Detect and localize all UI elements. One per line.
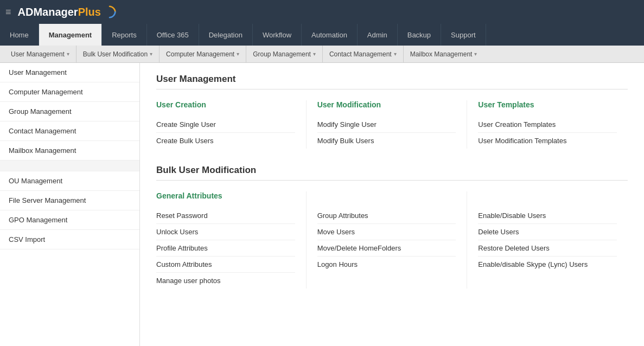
unlock-users-link[interactable]: Unlock Users <box>156 224 295 240</box>
chevron-down-icon: ▾ <box>237 51 239 57</box>
modify-single-user-link[interactable]: Modify Single User <box>317 117 456 133</box>
nav-tab-support[interactable]: Support <box>441 24 486 46</box>
subnav-mailbox-management[interactable]: Mailbox Management ▾ <box>404 46 484 62</box>
subnav-bulk-user[interactable]: Bulk User Modification ▾ <box>76 46 160 62</box>
bulk-col2: — Group Attributes Move Users Move/Delet… <box>317 191 468 289</box>
sidebar-item-group-management[interactable]: Group Management <box>0 102 139 121</box>
chevron-down-icon: ▾ <box>150 51 152 57</box>
manage-user-photos-link[interactable]: Manage user photos <box>156 273 295 289</box>
general-attributes-column: General Attributes Reset Password Unlock… <box>156 191 307 289</box>
sidebar: User Management Computer Management Grou… <box>0 63 140 346</box>
nav-tab-workflow[interactable]: Workflow <box>253 24 302 46</box>
logo-manager-text: Manager <box>33 6 78 18</box>
nav-tab-delegation[interactable]: Delegation <box>199 24 253 46</box>
nav-tab-automation[interactable]: Automation <box>302 24 358 46</box>
user-management-columns: User Creation Create Single User Create … <box>156 100 628 149</box>
sidebar-item-ou-management[interactable]: OU Management <box>0 171 139 191</box>
sidebar-item-file-server[interactable]: File Server Management <box>0 191 139 210</box>
subnav-contact-management[interactable]: Contact Management ▾ <box>323 46 404 62</box>
sidebar-spacer <box>0 161 139 171</box>
main-layout: User Management Computer Management Grou… <box>0 63 644 346</box>
top-bar: ≡ ADManager Plus <box>0 0 644 24</box>
subnav-computer-management[interactable]: Computer Management ▾ <box>160 46 246 62</box>
bulk-user-columns: General Attributes Reset Password Unlock… <box>156 191 628 289</box>
sidebar-item-gpo-management[interactable]: GPO Management <box>0 210 139 230</box>
logo-plus-text: Plus <box>78 6 101 18</box>
sub-nav-bar: User Management ▾ Bulk User Modification… <box>0 46 644 63</box>
sidebar-item-user-management[interactable]: User Management <box>0 63 139 82</box>
enable-disable-skype-link[interactable]: Enable/disable Skype (Lync) Users <box>478 257 617 272</box>
user-creation-heading: User Creation <box>156 100 295 109</box>
chevron-down-icon: ▾ <box>474 51 477 57</box>
sidebar-item-computer-management[interactable]: Computer Management <box>0 82 139 102</box>
hamburger-menu-icon[interactable]: ≡ <box>5 7 11 18</box>
create-single-user-link[interactable]: Create Single User <box>156 117 295 133</box>
content-area: User Management User Creation Create Sin… <box>140 63 644 346</box>
section-user-management-title: User Management <box>156 74 628 89</box>
sidebar-item-mailbox-management[interactable]: Mailbox Management <box>0 141 139 161</box>
subnav-user-management[interactable]: User Management ▾ <box>4 46 76 62</box>
general-attributes-heading: General Attributes <box>156 191 295 200</box>
user-modification-heading: User Modification <box>317 100 456 109</box>
delete-users-link[interactable]: Delete Users <box>478 224 617 240</box>
logo-ad-text: AD <box>18 6 34 18</box>
user-creation-templates-link[interactable]: User Creation Templates <box>478 117 617 133</box>
user-creation-column: User Creation Create Single User Create … <box>156 100 307 149</box>
user-templates-column: User Templates User Creation Templates U… <box>478 100 628 149</box>
logo-arc-icon <box>103 5 116 18</box>
nav-tab-home[interactable]: Home <box>0 24 39 46</box>
modify-bulk-users-link[interactable]: Modify Bulk Users <box>317 133 456 149</box>
move-users-link[interactable]: Move Users <box>317 224 456 240</box>
custom-attributes-link[interactable]: Custom Attributes <box>156 257 295 273</box>
sidebar-item-csv-import[interactable]: CSV Import <box>0 230 139 249</box>
bulk-col3: — Enable/Disable Users Delete Users Rest… <box>478 191 628 289</box>
chevron-down-icon: ▾ <box>394 51 397 57</box>
chevron-down-icon: ▾ <box>313 51 316 57</box>
sidebar-item-contact-management[interactable]: Contact Management <box>0 121 139 141</box>
group-attributes-link[interactable]: Group Attributes <box>317 208 456 224</box>
enable-disable-users-link[interactable]: Enable/Disable Users <box>478 208 617 224</box>
user-templates-heading: User Templates <box>478 100 617 109</box>
nav-tabs-bar: Home Management Reports Office 365 Deleg… <box>0 24 644 46</box>
subnav-group-management[interactable]: Group Management ▾ <box>246 46 323 62</box>
restore-deleted-users-link[interactable]: Restore Deleted Users <box>478 240 617 257</box>
user-modification-templates-link[interactable]: User Modification Templates <box>478 133 617 149</box>
logon-hours-link[interactable]: Logon Hours <box>317 257 456 272</box>
move-delete-homefolders-link[interactable]: Move/Delete HomeFolders <box>317 240 456 257</box>
chevron-down-icon: ▾ <box>67 51 69 57</box>
section-bulk-user-title: Bulk User Modification <box>156 165 628 181</box>
profile-attributes-link[interactable]: Profile Attributes <box>156 240 295 257</box>
nav-tab-backup[interactable]: Backup <box>398 24 441 46</box>
nav-tab-reports[interactable]: Reports <box>102 24 147 46</box>
create-bulk-users-link[interactable]: Create Bulk Users <box>156 133 295 149</box>
reset-password-link[interactable]: Reset Password <box>156 208 295 224</box>
user-modification-column: User Modification Modify Single User Mod… <box>317 100 468 149</box>
nav-tab-admin[interactable]: Admin <box>358 24 398 46</box>
nav-tab-management[interactable]: Management <box>39 24 102 46</box>
app-logo: ADManager Plus <box>18 5 116 18</box>
nav-tab-office365[interactable]: Office 365 <box>147 24 199 46</box>
